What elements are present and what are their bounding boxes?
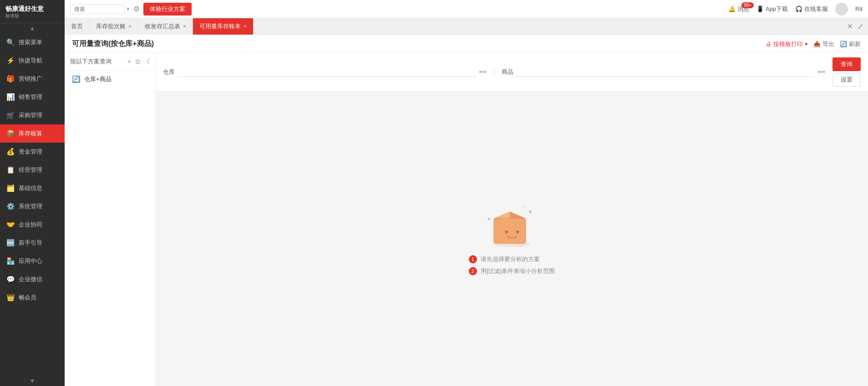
hint-text-1: 请先选择要分析的方案: [481, 255, 540, 263]
sidebar-item-label: 资金管理: [19, 148, 42, 156]
refresh-btn[interactable]: 🔄 刷新: [840, 40, 861, 48]
top-header: ▾ ⚙ 体验行业方案 🔔 消息 99+ 📱 App下载 🎧 在线客服 Rit: [65, 0, 868, 18]
sidebar-item-search[interactable]: 🔍 搜索菜单: [0, 33, 65, 51]
username[interactable]: Rit: [855, 5, 863, 12]
online-service-link[interactable]: 🎧 在线客服: [795, 5, 828, 13]
flash-icon: ⚡: [6, 57, 15, 65]
tab-label: 可用量库存账本: [199, 22, 241, 31]
sidebar-item-appstore[interactable]: 🏪 应用中心: [0, 252, 65, 270]
experience-btn[interactable]: 体验行业方案: [143, 3, 192, 15]
warehouse-filter: 仓库 •••: [163, 67, 487, 77]
sidebar-item-label: 采购管理: [19, 111, 42, 119]
close-icon[interactable]: ×: [128, 23, 132, 30]
settings-icon[interactable]: ⚙: [133, 5, 140, 13]
settings-button[interactable]: 设置: [832, 73, 861, 87]
search-icon: 🔍: [6, 38, 15, 46]
sidebar-item-label: 企业微信: [19, 275, 42, 283]
gift-icon: 🎁: [6, 75, 15, 83]
manage-scheme-icon[interactable]: ⊙: [135, 58, 141, 65]
tab-available[interactable]: 可用量库存账本 ×: [193, 18, 254, 35]
page-header: 可用量查询(按仓库+商品) 🖨 按模板打印 ▾ 📤 导出 🔄 刷新: [65, 35, 868, 53]
sidebar-item-enterprise[interactable]: 🤝 企业协同: [0, 216, 65, 234]
sidebar-scroll-up[interactable]: ▲: [0, 23, 65, 33]
product-label: 商品: [502, 68, 513, 76]
sidebar-scroll-down[interactable]: ▼: [0, 376, 65, 386]
product-more-icon[interactable]: •••: [817, 68, 825, 76]
sidebar-logo: 畅康通好生意 标准版: [0, 0, 65, 23]
message-btn[interactable]: 🔔 消息 99+: [728, 5, 749, 13]
close-window-icon[interactable]: ✕: [846, 21, 854, 31]
sidebar-item-marketing[interactable]: 🎁 营销推广: [0, 70, 65, 88]
filter-row: 仓库 ••• 商品 ••• 查询 设置: [156, 53, 868, 92]
app-download-link[interactable]: 📱 App下载: [756, 5, 788, 13]
folder-icon: 🗂️: [6, 184, 15, 192]
sidebar-item-quicknav[interactable]: ⚡ 快捷导航: [0, 51, 65, 70]
sidebar-item-business[interactable]: 📋 经营管理: [0, 161, 65, 179]
svg-point-3: [505, 231, 508, 233]
header-right: 🔔 消息 99+ 📱 App下载 🎧 在线客服 Rit: [728, 3, 863, 15]
sidebar-nav: 🔍 搜索菜单 ⚡ 快捷导航 🎁 营销推广 📊 销售管理 🛒 采购管理 📦 库存核…: [0, 33, 65, 376]
sidebar-item-wechat[interactable]: 💬 企业微信: [0, 270, 65, 288]
chart-icon: 📊: [6, 93, 15, 101]
warehouse-input[interactable]: [178, 67, 476, 77]
close-icon[interactable]: ×: [244, 23, 247, 30]
sidebar-item-label: 营销推广: [19, 75, 42, 83]
gear-icon: ⚙️: [6, 202, 15, 211]
sidebar-item-basic[interactable]: 🗂️ 基础信息: [0, 179, 65, 197]
logo-title: 畅康通好生意: [5, 5, 59, 13]
hint-num-2: 2: [469, 267, 477, 275]
msg-badge: 99+: [741, 2, 754, 8]
scheme-label: 仓库+商品: [84, 75, 112, 83]
warehouse-more-icon[interactable]: •••: [479, 68, 487, 76]
sidebar-item-guide[interactable]: 🆕 新手引导: [0, 234, 65, 252]
tab-batch[interactable]: 库存批次账 ×: [90, 18, 138, 35]
sidebar-item-system[interactable]: ⚙️ 系统管理: [0, 197, 65, 216]
sidebar-item-purchase[interactable]: 🛒 采购管理: [0, 106, 65, 124]
dropdown-icon[interactable]: ▾: [127, 5, 130, 12]
product-input[interactable]: [516, 67, 815, 77]
main-area: ▾ ⚙ 体验行业方案 🔔 消息 99+ 📱 App下载 🎧 在线客服 Rit 首…: [65, 0, 868, 386]
sidebar-item-sales[interactable]: 📊 销售管理: [0, 88, 65, 106]
search-input[interactable]: [70, 5, 125, 14]
tab-label: 首页: [71, 22, 83, 31]
close-icon[interactable]: ×: [183, 23, 186, 30]
collapse-panel-icon[interactable]: 《: [143, 57, 150, 66]
warehouse-label: 仓库: [163, 68, 175, 76]
sidebar-item-label: 企业协同: [19, 221, 42, 229]
empty-hints: 1 请先选择要分析的方案 2 用[过滤]条件来缩小分析范围: [469, 255, 555, 275]
empty-hint-1: 1 请先选择要分析的方案: [469, 255, 555, 263]
empty-state: ✦ ✦ ✦ 1 请先选择要分析的方案 2 用[过滤]条件来缩小分析范围: [156, 92, 868, 386]
hint-num-1: 1: [469, 255, 477, 263]
sidebar-item-member[interactable]: 👑 畅会员: [0, 288, 65, 307]
filter-divider: [494, 67, 494, 77]
svg-text:✦: ✦: [523, 206, 527, 210]
money-icon: 💰: [6, 148, 15, 156]
add-scheme-icon[interactable]: ＋: [126, 57, 132, 66]
chevron-down-icon[interactable]: ▾: [805, 41, 808, 47]
tabs-bar: 首页 库存批次账 × 收发存汇总表 × 可用量库存账本 × ✕ ⤢: [65, 18, 868, 35]
sidebar-item-inventory[interactable]: 📦 库存核算: [0, 124, 65, 143]
box-icon: 📦: [6, 129, 15, 138]
tab-home[interactable]: 首页: [65, 18, 90, 35]
empty-hint-2: 2 用[过滤]条件来缩小分析范围: [469, 267, 555, 275]
print-btn[interactable]: 🖨 按模板打印 ▾: [766, 40, 808, 48]
tab-summary[interactable]: 收发存汇总表 ×: [138, 18, 193, 35]
query-button[interactable]: 查询: [832, 57, 861, 71]
sidebar-item-label: 销售管理: [19, 93, 42, 101]
content-area: 按以下方案查询 ＋ ⊙ 《 🔄 仓库+商品 仓库 ••• 商: [65, 53, 868, 386]
scheme-warehouse-product[interactable]: 🔄 仓库+商品: [65, 71, 155, 88]
page-actions: 🖨 按模板打印 ▾ 📤 导出 🔄 刷新: [766, 40, 861, 48]
sidebar-item-finance[interactable]: 💰 资金管理: [0, 143, 65, 161]
printer-icon: 🖨: [766, 41, 772, 47]
sidebar-item-label: 新手引导: [19, 239, 42, 247]
sidebar-item-label: 经营管理: [19, 166, 42, 174]
avatar[interactable]: [835, 3, 848, 15]
tab-label: 收发存汇总表: [145, 22, 180, 31]
sidebar-item-label: 快捷导航: [19, 57, 42, 65]
filter-actions: 查询 设置: [832, 57, 861, 87]
expand-icon[interactable]: ⤢: [857, 21, 864, 31]
svg-text:✦: ✦: [528, 209, 533, 215]
sidebar-item-label: 基础信息: [19, 184, 42, 192]
export-btn[interactable]: 📤 导出: [813, 40, 834, 48]
left-panel: 按以下方案查询 ＋ ⊙ 《 🔄 仓库+商品: [65, 53, 156, 386]
